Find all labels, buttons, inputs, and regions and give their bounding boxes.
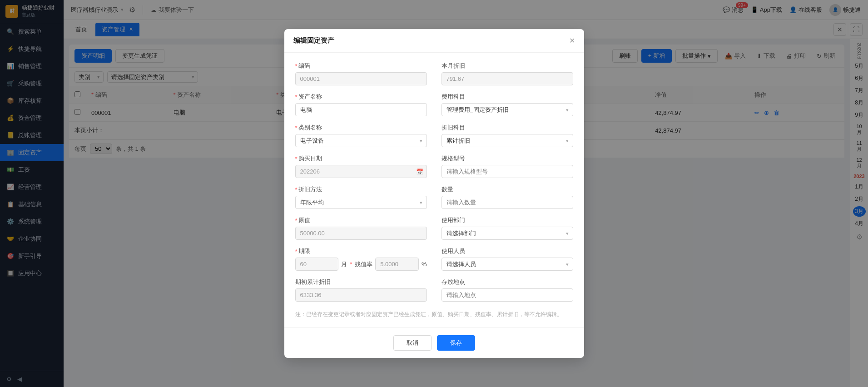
modal-left-col: * 编码 * 资产名称 * 类别名称 bbox=[295, 62, 427, 309]
save-button[interactable]: 保存 bbox=[437, 335, 475, 351]
asset-name-input[interactable] bbox=[295, 103, 427, 116]
expense-account-select[interactable]: 管理费用_固定资产折旧 bbox=[441, 103, 573, 116]
spec-input[interactable] bbox=[441, 165, 573, 178]
form-row-asset-name: * 资产名称 bbox=[295, 93, 427, 116]
form-row-department: 使用部门 请选择部门 bbox=[441, 216, 573, 240]
expense-account-label: 费用科目 bbox=[441, 93, 573, 101]
form-row-original-value: * 原值 bbox=[295, 216, 427, 240]
form-row-dep-account: 折旧科目 累计折旧 bbox=[441, 124, 573, 147]
modal-header: 编辑固定资产 ✕ bbox=[284, 29, 584, 53]
quantity-input[interactable] bbox=[441, 196, 573, 209]
form-row-monthly-dep: 本月折旧 bbox=[441, 62, 573, 85]
quantity-label: 数量 bbox=[441, 185, 573, 194]
depreciation-method-label: * 折旧方法 bbox=[295, 185, 427, 194]
purchase-date-input[interactable] bbox=[295, 165, 427, 178]
modal-overlay: 编辑固定资产 ✕ * 编码 * 资产名称 bbox=[0, 0, 868, 387]
edit-asset-modal: 编辑固定资产 ✕ * 编码 * 资产名称 bbox=[284, 29, 584, 358]
user-label: 使用人员 bbox=[441, 247, 573, 255]
modal-footer: 取消 保存 bbox=[284, 327, 584, 358]
residual-rate-label: 残值率 bbox=[355, 260, 372, 268]
original-value-input[interactable] bbox=[295, 227, 427, 240]
form-row-spec: 规格型号 bbox=[441, 154, 573, 178]
form-row-initial-dep: 期初累计折旧 bbox=[295, 278, 427, 302]
residual-rate-star: * bbox=[350, 261, 352, 268]
depreciation-method-select[interactable]: 年限平均 bbox=[295, 196, 427, 209]
user-select[interactable]: 请选择人员 bbox=[441, 258, 573, 271]
department-select[interactable]: 请选择部门 bbox=[441, 227, 573, 240]
initial-dep-label: 期初累计折旧 bbox=[295, 278, 427, 286]
form-row-code: * 编码 bbox=[295, 62, 427, 85]
form-row-period: * 期限 月 * 残值率 % bbox=[295, 247, 427, 271]
initial-dep-input[interactable] bbox=[295, 288, 427, 302]
asset-name-label: * 资产名称 bbox=[295, 93, 427, 101]
location-input[interactable] bbox=[441, 288, 573, 302]
form-row-category: * 类别名称 电子设备 bbox=[295, 124, 427, 147]
modal-close-btn[interactable]: ✕ bbox=[569, 37, 575, 45]
residual-rate-input[interactable] bbox=[375, 258, 419, 271]
form-row-depreciation-method: * 折旧方法 年限平均 bbox=[295, 185, 427, 209]
depreciation-method-wrap: 年限平均 bbox=[295, 196, 427, 209]
code-label: * 编码 bbox=[295, 62, 427, 70]
category-select[interactable]: 电子设备 bbox=[295, 134, 427, 147]
location-label: 存放地点 bbox=[441, 278, 573, 286]
expense-account-wrap: 管理费用_固定资产折旧 bbox=[441, 103, 573, 116]
period-unit: 月 bbox=[341, 260, 347, 268]
spec-label: 规格型号 bbox=[441, 154, 573, 163]
period-label: * 期限 bbox=[295, 247, 427, 255]
purchase-date-wrap: 📅 bbox=[295, 165, 427, 178]
dep-account-select[interactable]: 累计折旧 bbox=[441, 134, 573, 147]
period-input[interactable] bbox=[295, 258, 339, 271]
user-wrap: 请选择人员 bbox=[441, 258, 573, 271]
modal-note: 注：已经存在变更记录或者对应固定资产已经生成凭证，原值、购买日期、残值率、累计折… bbox=[295, 309, 573, 318]
purchase-date-label: * 购买日期 bbox=[295, 154, 427, 163]
modal-title: 编辑固定资产 bbox=[293, 36, 334, 45]
monthly-dep-label: 本月折旧 bbox=[441, 62, 573, 70]
dep-account-label: 折旧科目 bbox=[441, 124, 573, 132]
form-row-user: 使用人员 请选择人员 bbox=[441, 247, 573, 271]
modal-right-col: 本月折旧 费用科目 管理费用_固定资产折旧 折旧科目 累计折旧 bbox=[441, 62, 573, 309]
residual-rate-unit: % bbox=[422, 261, 427, 268]
calendar-icon[interactable]: 📅 bbox=[416, 168, 423, 175]
code-input[interactable] bbox=[295, 72, 427, 85]
period-group: 月 * 残值率 % bbox=[295, 258, 427, 271]
category-label: * 类别名称 bbox=[295, 124, 427, 132]
form-row-quantity: 数量 bbox=[441, 185, 573, 209]
modal-body: * 编码 * 资产名称 * 类别名称 bbox=[284, 53, 584, 327]
monthly-dep-input[interactable] bbox=[441, 72, 573, 85]
form-row-expense-account: 费用科目 管理费用_固定资产折旧 bbox=[441, 93, 573, 116]
category-select-wrap: 电子设备 bbox=[295, 134, 427, 147]
form-row-location: 存放地点 bbox=[441, 278, 573, 302]
cancel-button[interactable]: 取消 bbox=[393, 335, 432, 351]
dep-account-wrap: 累计折旧 bbox=[441, 134, 573, 147]
form-row-purchase-date: * 购买日期 📅 bbox=[295, 154, 427, 178]
department-wrap: 请选择部门 bbox=[441, 227, 573, 240]
department-label: 使用部门 bbox=[441, 216, 573, 224]
original-value-label: * 原值 bbox=[295, 216, 427, 224]
